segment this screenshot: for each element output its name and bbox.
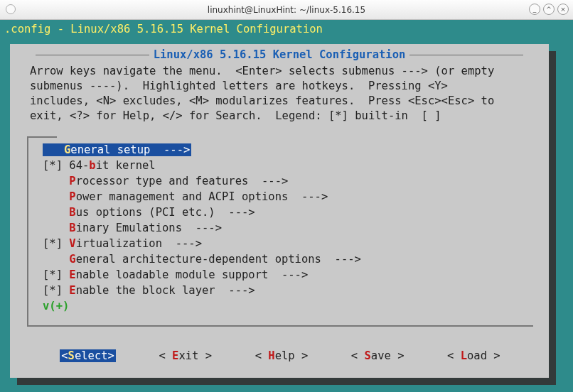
hotkey-letter: L	[461, 349, 467, 362]
config-header: .config - Linux/x86 5.16.15 Kernel Confi…	[4, 23, 323, 36]
window-controls: _ ^ ×	[529, 4, 569, 15]
hotkey-letter: S	[68, 349, 75, 362]
menu-item-0[interactable]: General setup --->	[43, 142, 519, 158]
hotkey-letter: E	[69, 268, 75, 281]
menu-item-6[interactable]: [*] Virtualization --->	[43, 236, 519, 251]
menu-item-label: eneral setup --->	[70, 143, 190, 156]
close-icon[interactable]: ×	[557, 4, 569, 15]
menu-item-8[interactable]: [*] Enable loadable module support --->	[43, 267, 519, 283]
more-indicator: v(+)	[43, 298, 519, 314]
dialog-button-0[interactable]: <Select>	[60, 349, 116, 362]
menu-item-prefix	[43, 190, 69, 203]
terminal: .config - Linux/x86 5.16.15 Kernel Confi…	[0, 20, 573, 392]
minimize-icon[interactable]: _	[529, 4, 540, 15]
menu-item-1[interactable]: [*] 64-bit kernel	[43, 158, 519, 173]
dialog-button-2[interactable]: < Help >	[255, 349, 309, 362]
dialog-title: Linux/x86 5.16.15 Kernel Configuration	[10, 48, 549, 61]
hotkey-letter: G	[69, 253, 75, 266]
menu-item-prefix	[43, 175, 69, 187]
menu-item-prefix: [*]	[43, 284, 69, 297]
dialog-button-1[interactable]: < Exit >	[159, 349, 212, 362]
menu-item-prefix: [*]	[43, 268, 69, 281]
hotkey-letter: H	[268, 349, 274, 362]
menu-item-label: eneral architecture-dependent options --…	[76, 253, 361, 266]
menu-item-label: ower management and ACPI options --->	[76, 190, 328, 203]
hotkey-letter: S	[364, 349, 370, 362]
hotkey-letter: B	[69, 222, 75, 234]
hotkey-letter: P	[69, 175, 75, 187]
menu-item-prefix	[43, 222, 69, 234]
menu-item-prefix: [*]	[43, 237, 69, 250]
menu-item-prefix: [*] 64-	[43, 159, 89, 172]
menuconfig-dialog: Linux/x86 5.16.15 Kernel Configuration A…	[10, 44, 549, 378]
hotkey-letter: B	[69, 206, 75, 219]
menu-item-7[interactable]: General architecture-dependent options -…	[43, 251, 519, 267]
hotkey-letter: b	[89, 159, 95, 172]
maximize-icon[interactable]: ^	[543, 4, 555, 15]
menu-item-2[interactable]: Processor type and features --->	[43, 173, 519, 189]
menu-box: General setup --->[*] 64-bit kernel Proc…	[27, 136, 533, 327]
menu-list[interactable]: General setup --->[*] 64-bit kernel Proc…	[43, 142, 519, 314]
window-menu-icon[interactable]	[6, 4, 16, 14]
window-title: linuxhint@LinuxHint: ~/linux-5.16.15	[208, 5, 365, 15]
menu-item-4[interactable]: Bus options (PCI etc.) --->	[43, 205, 519, 220]
button-row: <Select>< Exit >< Help >< Save >< Load >	[38, 349, 522, 362]
menu-item-label: rocessor type and features --->	[76, 175, 289, 187]
hotkey-letter: V	[69, 237, 75, 250]
menu-item-label: it kernel	[96, 159, 156, 172]
dialog-button-4[interactable]: < Load >	[447, 349, 500, 362]
hotkey-letter: G	[64, 143, 70, 156]
menu-item-label: us options (PCI etc.) --->	[76, 206, 255, 219]
menu-item-9[interactable]: [*] Enable the block layer --->	[43, 283, 519, 298]
menu-item-prefix	[43, 206, 69, 219]
dialog-button-3[interactable]: < Save >	[351, 349, 405, 362]
menu-item-label: irtualization --->	[76, 237, 202, 250]
menu-item-prefix	[44, 143, 64, 156]
menu-item-5[interactable]: Binary Emulations --->	[43, 220, 519, 236]
help-text: Arrow keys navigate the menu. <Enter> se…	[30, 64, 535, 124]
titlebar: linuxhint@LinuxHint: ~/linux-5.16.15 _ ^…	[0, 0, 573, 20]
hotkey-letter: P	[69, 190, 75, 203]
menu-item-label: nable the block layer --->	[76, 284, 255, 297]
menu-item-3[interactable]: Power management and ACPI options --->	[43, 189, 519, 205]
menu-item-prefix	[43, 253, 69, 266]
menu-item-label: nable loadable module support --->	[76, 268, 309, 281]
menu-item-label: inary Emulations --->	[76, 222, 222, 234]
hotkey-letter: E	[69, 284, 75, 297]
